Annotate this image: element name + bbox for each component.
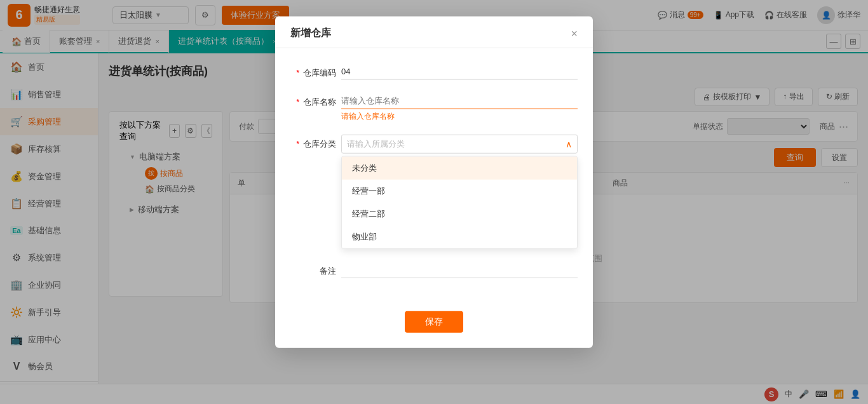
code-label: * 仓库编码 bbox=[290, 64, 341, 79]
modal-save-button[interactable]: 保存 bbox=[405, 311, 463, 333]
warehouse-code-input[interactable] bbox=[341, 64, 578, 80]
notes-label: 备注 bbox=[290, 262, 341, 277]
modal-title: 新增仓库 bbox=[290, 27, 331, 40]
form-row-category: * 仓库分类 请输入所属分类 ∧ 未分类 经营一部 经营二部 物业部 bbox=[290, 135, 578, 249]
dropdown-item-ops1[interactable]: 经营一部 bbox=[342, 180, 577, 203]
modal-footer: 保存 bbox=[275, 306, 593, 348]
form-row-code: * 仓库编码 bbox=[290, 64, 578, 80]
category-field: 请输入所属分类 ∧ 未分类 经营一部 经营二部 物业部 bbox=[341, 135, 578, 249]
name-label: * 仓库名称 bbox=[290, 93, 341, 108]
code-field bbox=[341, 64, 578, 80]
dropdown-item-property[interactable]: 物业部 bbox=[342, 226, 577, 248]
required-star-category: * bbox=[296, 139, 299, 149]
dropdown-item-uncategorized[interactable]: 未分类 bbox=[342, 157, 577, 180]
modal-header: 新增仓库 × bbox=[275, 17, 593, 48]
name-field: 请输入仓库名称 bbox=[341, 93, 578, 122]
category-placeholder-text: 请输入所属分类 bbox=[347, 138, 405, 150]
name-error-message: 请输入仓库名称 bbox=[341, 111, 578, 122]
notes-field bbox=[341, 262, 578, 278]
category-arrow-icon: ∧ bbox=[566, 139, 572, 149]
category-label: * 仓库分类 bbox=[290, 135, 341, 150]
category-selector[interactable]: 请输入所属分类 ∧ bbox=[341, 135, 578, 154]
category-dropdown: 未分类 经营一部 经营二部 物业部 bbox=[341, 156, 578, 249]
warehouse-notes-input[interactable] bbox=[341, 262, 578, 278]
modal-close-button[interactable]: × bbox=[571, 27, 578, 39]
warehouse-name-input[interactable] bbox=[341, 93, 578, 109]
form-row-name: * 仓库名称 请输入仓库名称 bbox=[290, 93, 578, 122]
add-warehouse-modal: 新增仓库 × * 仓库编码 * 仓库名称 请输入仓库名称 bbox=[275, 17, 593, 348]
required-star-code: * bbox=[296, 68, 299, 77]
dropdown-item-ops2[interactable]: 经营二部 bbox=[342, 203, 577, 226]
form-row-notes: 备注 bbox=[290, 262, 578, 278]
required-star-name: * bbox=[296, 97, 299, 107]
modal-body: * 仓库编码 * 仓库名称 请输入仓库名称 * 仓库分类 bbox=[275, 48, 593, 306]
